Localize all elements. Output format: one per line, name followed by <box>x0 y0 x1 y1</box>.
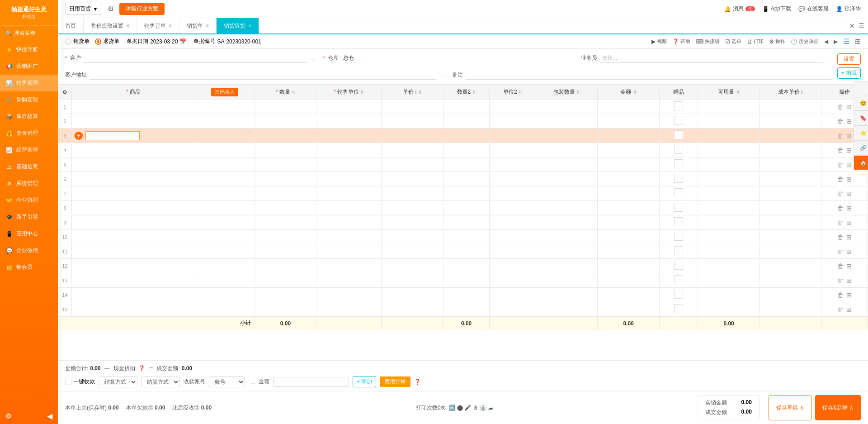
available-cell[interactable] <box>698 129 760 143</box>
cost-cell[interactable] <box>760 259 821 273</box>
product-cell[interactable] <box>72 143 195 157</box>
unit-cell[interactable] <box>316 100 382 114</box>
cost-cell[interactable] <box>760 244 821 259</box>
price-cell[interactable] <box>382 157 443 172</box>
product-cell[interactable] <box>72 230 195 244</box>
product-cell[interactable] <box>72 100 195 114</box>
available-cell[interactable] <box>698 172 760 186</box>
industry-dropdown[interactable]: 日用百货 ▼ <box>65 3 102 15</box>
settlement-method-select[interactable]: 结算方式 <box>99 376 137 387</box>
topbar-gear-icon[interactable]: ⚙ <box>108 5 114 13</box>
customer-dots[interactable]: ... <box>311 55 316 62</box>
unit-cell[interactable] <box>316 129 382 143</box>
pkg-cell[interactable] <box>536 273 598 288</box>
unit2-cell[interactable] <box>490 129 536 143</box>
qty-cell[interactable] <box>255 129 316 143</box>
amount-cell[interactable] <box>598 244 660 259</box>
qty2-cell[interactable] <box>443 259 489 273</box>
amount-cell[interactable] <box>598 186 660 201</box>
cost-cell[interactable] <box>760 100 821 114</box>
right-icon-link[interactable]: 🔗 <box>854 140 868 155</box>
sidebar-item-marketing[interactable]: 📢 营销推广 <box>0 58 58 75</box>
available-cell[interactable] <box>698 244 760 259</box>
qty-cell[interactable] <box>255 114 316 129</box>
pkg-cell[interactable] <box>536 259 598 273</box>
price-cell[interactable] <box>382 100 443 114</box>
save-draft-btn[interactable]: 保存草稿 ∧ <box>769 395 811 420</box>
copy-icon[interactable]: ⊞ <box>846 176 852 183</box>
operate-action[interactable]: ⚙ 操作 <box>769 38 785 45</box>
product-cell[interactable] <box>72 201 195 215</box>
gift-cell[interactable] <box>659 201 698 215</box>
gift-checkbox[interactable] <box>674 304 683 313</box>
sort-icon-avail[interactable]: ⇅ <box>736 90 740 95</box>
qty-cell[interactable] <box>255 230 316 244</box>
product-cell[interactable] <box>72 259 195 273</box>
unit2-cell[interactable] <box>490 114 536 129</box>
calendar-icon[interactable]: 📅 <box>179 38 186 45</box>
select-action[interactable]: ☑ 选单 <box>725 38 741 45</box>
expense-help-icon[interactable]: ❓ <box>414 379 421 385</box>
radio-return[interactable]: 退货单 <box>95 38 119 45</box>
amount-cell[interactable] <box>598 100 660 114</box>
cost-cell[interactable] <box>760 288 821 302</box>
tab-home[interactable]: 首页 <box>58 18 84 33</box>
gift-checkbox[interactable] <box>674 203 683 212</box>
pkg-cell[interactable] <box>536 244 598 259</box>
sidebar-item-purchase[interactable]: 🛒 采购管理 <box>0 91 58 108</box>
gift-checkbox[interactable] <box>674 159 683 168</box>
copy-icon[interactable]: ⊞ <box>846 262 852 270</box>
amount-cell[interactable] <box>598 157 660 172</box>
app-download-item[interactable]: 📱 App下载 <box>762 5 791 13</box>
delete-icon[interactable]: 🗑 <box>837 205 844 212</box>
available-cell[interactable] <box>698 186 760 201</box>
copy-icon[interactable]: ⊞ <box>846 118 852 125</box>
history-action[interactable]: 🕐 历史单据 <box>791 38 819 45</box>
price-cell[interactable] <box>382 215 443 230</box>
delete-icon[interactable]: 🗑 <box>837 161 844 168</box>
qty-cell[interactable] <box>255 157 316 172</box>
customer-input[interactable] <box>84 53 307 63</box>
price-cell[interactable] <box>382 244 443 259</box>
price-info-icon[interactable]: ℹ <box>415 90 417 95</box>
cost-info-icon[interactable]: ℹ <box>801 90 803 95</box>
product-input[interactable] <box>85 131 140 140</box>
delete-icon[interactable]: 🗑 <box>837 306 844 313</box>
available-cell[interactable] <box>698 259 760 273</box>
gift-cell[interactable] <box>659 186 698 201</box>
gift-checkbox[interactable] <box>674 246 683 255</box>
tab-close-icon[interactable]: × <box>126 23 129 29</box>
price-cell[interactable] <box>382 143 443 157</box>
staff-dots[interactable]: ... <box>827 55 832 62</box>
unit2-cell[interactable] <box>490 302 536 317</box>
sidebar-item-operations[interactable]: 📈 经营管理 <box>0 142 58 158</box>
nav-next-icon[interactable]: ▶ <box>834 38 838 45</box>
pkg-cell[interactable] <box>536 215 598 230</box>
unit-cell[interactable] <box>316 143 382 157</box>
address-input[interactable] <box>90 70 436 80</box>
sort-icon-qty[interactable]: ⇅ <box>292 90 295 95</box>
gift-cell[interactable] <box>659 143 698 157</box>
amount-cell[interactable] <box>598 114 660 129</box>
delete-icon[interactable]: 🗑 <box>837 190 844 197</box>
payment-amount-input[interactable] <box>273 377 349 387</box>
delete-icon[interactable]: 🗑 <box>837 277 844 284</box>
tab-sales-delivery[interactable]: 销货单 × <box>179 18 217 33</box>
amount-cell[interactable] <box>598 129 660 143</box>
unit-cell[interactable] <box>316 157 382 172</box>
qty2-cell[interactable] <box>443 114 489 129</box>
expense-split-btn[interactable]: 费用分摊 <box>380 376 410 387</box>
address-dots[interactable]: ... <box>440 72 445 78</box>
qty-cell[interactable] <box>255 143 316 157</box>
delete-icon[interactable]: 🗑 <box>837 219 844 226</box>
cost-cell[interactable] <box>760 157 821 172</box>
unit-cell[interactable] <box>316 230 382 244</box>
cost-cell[interactable] <box>760 172 821 186</box>
unit-cell[interactable] <box>316 114 382 129</box>
unit-cell[interactable] <box>316 215 382 230</box>
pkg-cell[interactable] <box>536 230 598 244</box>
sidebar-item-basic[interactable]: 🗂 基础信息 <box>0 158 58 175</box>
qty2-cell[interactable] <box>443 100 489 114</box>
right-icon-star[interactable]: ⭐ <box>854 125 868 140</box>
qty2-cell[interactable] <box>443 129 489 143</box>
